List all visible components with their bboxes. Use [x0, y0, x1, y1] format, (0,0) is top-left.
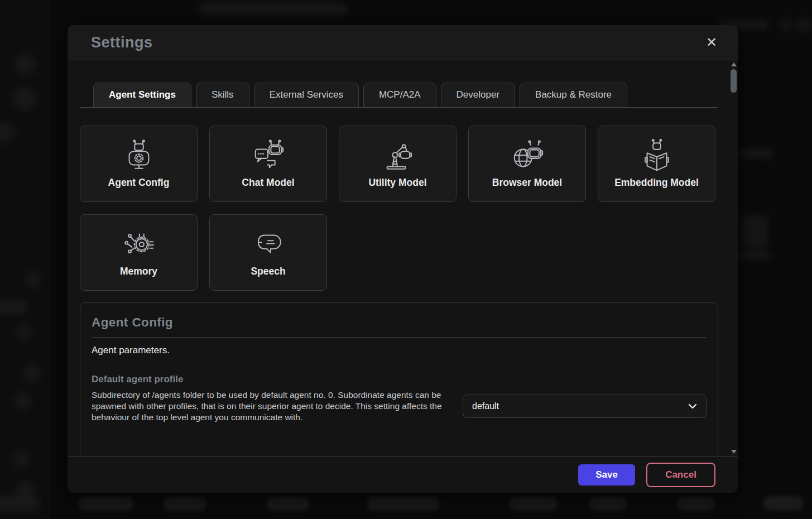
dimmed-shape	[797, 18, 811, 32]
tab-skills[interactable]: Skills	[196, 83, 249, 107]
close-icon: ✕	[706, 35, 717, 50]
dimmed-shape	[13, 451, 30, 468]
dimmed-shape	[0, 122, 16, 143]
globe-robot-icon	[509, 139, 546, 174]
dimmed-shape	[198, 2, 348, 15]
card-agent-config[interactable]: Agent Config	[80, 126, 198, 202]
card-label: Memory	[120, 266, 157, 277]
dimmed-toolbar-pill	[266, 496, 310, 511]
dimmed-shape	[14, 53, 36, 75]
speech-bubble-icon	[250, 228, 287, 262]
dimmed-toolbar-pill	[78, 496, 134, 511]
select-value: default	[472, 401, 499, 411]
card-label: Speech	[251, 266, 285, 277]
card-chat-model[interactable]: Chat Model	[209, 126, 327, 202]
scroll-up-icon[interactable]	[731, 63, 737, 66]
dimmed-shape	[780, 19, 792, 31]
card-label: Browser Model	[492, 177, 562, 189]
book-robot-icon	[638, 139, 675, 174]
card-browser-model[interactable]: Browser Model	[468, 126, 586, 202]
dimmed-shape	[25, 271, 42, 287]
dimmed-shape	[0, 496, 39, 511]
tab-external-services[interactable]: External Services	[254, 83, 359, 107]
tab-bar: Agent Settings Skills External Services …	[80, 83, 718, 108]
dimmed-toolbar-pill	[163, 496, 206, 511]
cancel-button[interactable]: Cancel	[646, 463, 715, 487]
dimmed-shape	[739, 250, 770, 260]
modal-footer: Save Cancel	[68, 456, 738, 493]
dimmed-shape	[16, 324, 32, 340]
dimmed-toolbar-pill	[589, 496, 627, 511]
section-title: Agent Config	[92, 313, 707, 330]
card-label: Embedding Model	[614, 177, 699, 189]
save-button[interactable]: Save	[578, 464, 635, 486]
dimmed-shape	[22, 364, 41, 383]
card-label: Chat Model	[242, 177, 294, 189]
circuit-gear-icon	[121, 228, 157, 262]
dimmed-shape	[12, 86, 37, 111]
modal-header: Settings ✕	[68, 25, 738, 60]
card-speech[interactable]: Speech	[209, 214, 327, 291]
chevron-down-icon	[688, 403, 697, 409]
dimmed-shape	[0, 300, 28, 314]
dimmed-toolbar-pill	[677, 496, 715, 511]
section-divider	[92, 337, 707, 338]
modal-title: Settings	[91, 34, 153, 51]
tab-backup-restore[interactable]: Backup & Restore	[520, 83, 627, 107]
tab-agent-settings[interactable]: Agent Settings	[93, 83, 191, 107]
chat-robot-icon	[250, 139, 287, 174]
close-button[interactable]: ✕	[702, 33, 721, 52]
modal-scrollbar[interactable]	[730, 61, 737, 455]
dimmed-toolbar-pill	[509, 496, 558, 511]
agent-config-section: Agent Config Agent parameters. Default a…	[80, 302, 718, 456]
robot-gear-icon	[121, 139, 157, 174]
scroll-down-icon[interactable]	[731, 450, 737, 454]
card-label: Utility Model	[368, 177, 426, 189]
tab-mcp-a2a[interactable]: MCP/A2A	[363, 83, 436, 107]
field-description: Subdirectory of /agents folder to be use…	[92, 390, 449, 423]
card-embedding-model[interactable]: Embedding Model	[598, 126, 715, 202]
card-label: Agent Config	[108, 177, 170, 189]
background-sidebar	[0, 0, 50, 519]
tab-developer[interactable]: Developer	[441, 83, 516, 107]
robot-arm-icon	[379, 139, 416, 174]
dimmed-shape	[13, 392, 31, 410]
card-memory[interactable]: Memory	[80, 214, 198, 291]
dimmed-toolbar-pill	[367, 496, 440, 511]
field-label: Default agent profile	[92, 374, 707, 385]
settings-modal: Settings ✕ Agent Settings Skills Externa…	[68, 25, 738, 493]
modal-body: Agent Settings Skills External Services …	[68, 60, 738, 456]
dimmed-shape	[739, 148, 773, 158]
default-agent-profile-field: Default agent profile Subdirectory of /a…	[92, 374, 707, 423]
section-subtitle: Agent parameters.	[92, 345, 707, 356]
default-agent-profile-select[interactable]: default	[463, 395, 707, 418]
dimmed-shape	[741, 215, 768, 247]
card-utility-model[interactable]: Utility Model	[339, 126, 457, 202]
settings-cards-grid: Agent Config Chat Mo	[68, 108, 730, 291]
scrollbar-thumb[interactable]	[731, 69, 737, 93]
dimmed-toolbar-pill	[763, 496, 804, 511]
